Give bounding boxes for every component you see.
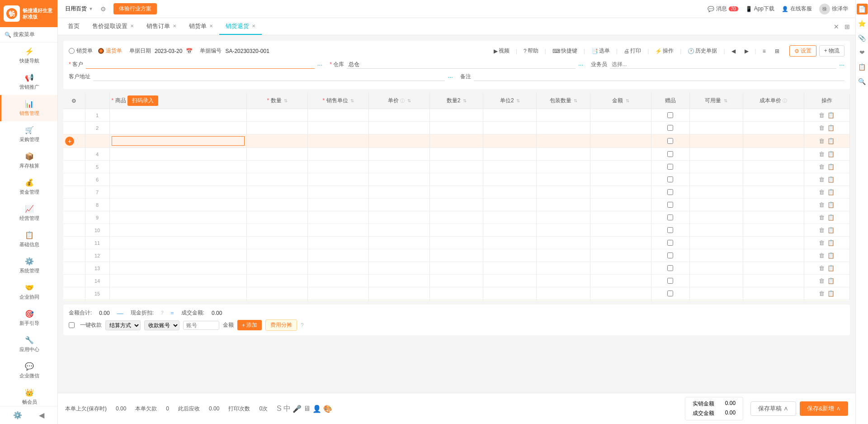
- staff-input[interactable]: [610, 60, 837, 69]
- toolbar-next[interactable]: ▶: [742, 47, 751, 55]
- row-2-product[interactable]: [109, 122, 247, 134]
- row-1-price[interactable]: [369, 109, 430, 122]
- row-2-qty[interactable]: [247, 122, 308, 134]
- expense-split-button[interactable]: 费用分摊: [265, 319, 297, 331]
- sidebar-item-enterprise[interactable]: 🤝 企业协同: [0, 279, 57, 305]
- toolbar-video[interactable]: ▶ 视频: [491, 46, 512, 56]
- add-row-button[interactable]: +: [65, 137, 74, 146]
- right-panel-icon-3[interactable]: ❤: [857, 47, 868, 58]
- row-2-copy[interactable]: 📋: [827, 124, 835, 132]
- radio-return-input[interactable]: [98, 48, 104, 54]
- collect-checkbox[interactable]: [69, 322, 75, 328]
- pkg-sort-icon[interactable]: ⇅: [574, 98, 577, 103]
- toolbar-prev[interactable]: ◀: [729, 47, 738, 55]
- row-2-qty2[interactable]: [430, 122, 483, 134]
- row-1-copy[interactable]: 📋: [827, 111, 835, 119]
- expense-help-icon[interactable]: ?: [301, 322, 304, 329]
- row-2-delete[interactable]: 🗑: [818, 124, 825, 132]
- calendar-icon[interactable]: 📅: [186, 48, 193, 54]
- col-qty2-header[interactable]: 数量2 ⇅: [430, 93, 483, 109]
- settings-button[interactable]: ⚙ 设置: [789, 45, 816, 57]
- tab-sales-return[interactable]: 销货退货 ✕: [219, 19, 262, 35]
- sidebar-item-sales[interactable]: 📊 销售管理: [0, 95, 57, 121]
- row-1-product[interactable]: [109, 109, 247, 122]
- row-3-unit[interactable]: [308, 134, 369, 148]
- tab-close-sales-delivery[interactable]: ✕: [209, 24, 213, 29]
- row-2-price[interactable]: [369, 122, 430, 134]
- sidebar-item-finance[interactable]: 💰 资金管理: [0, 174, 57, 200]
- col-settings-header[interactable]: ⚙: [63, 93, 85, 109]
- toolbar-print[interactable]: 🖨 打印: [621, 46, 644, 56]
- row-1-cost[interactable]: [743, 109, 804, 122]
- row-3-pkg[interactable]: [537, 134, 590, 148]
- row-2-pkg[interactable]: [537, 122, 590, 134]
- warehouse-select-icon[interactable]: ···: [578, 61, 584, 68]
- save-draft-button[interactable]: 保存草稿 ∧: [750, 401, 796, 416]
- right-panel-icon-0[interactable]: 📄: [857, 4, 868, 14]
- tab-sales-order[interactable]: 销售订单 ✕: [140, 19, 183, 35]
- col-price-header[interactable]: 单价 ⓘ ⇅: [369, 93, 430, 109]
- toolbar-select[interactable]: 📑 选单: [589, 46, 613, 56]
- row-3-copy[interactable]: 📋: [827, 137, 835, 145]
- qty2-sort-icon[interactable]: ⇅: [463, 98, 467, 103]
- row-3-qty[interactable]: [247, 134, 308, 148]
- save-new-button[interactable]: 保存&新增 ∧: [800, 401, 848, 416]
- warehouse-input[interactable]: [347, 60, 576, 69]
- trial-button[interactable]: 体验行业方案: [113, 3, 157, 14]
- sidebar-item-system[interactable]: ⚙️ 系统管理: [0, 252, 57, 279]
- notification-item[interactable]: 💬 消息 70: [708, 5, 738, 13]
- row-1-delete[interactable]: 🗑: [818, 111, 825, 119]
- toolbar-shortcut[interactable]: ⌨ 快捷键: [550, 46, 580, 56]
- table-settings-icon[interactable]: ⚙: [71, 98, 76, 104]
- row-2-unit[interactable]: [308, 122, 369, 134]
- address-input[interactable]: [93, 72, 445, 81]
- account-input[interactable]: [183, 321, 219, 330]
- maximize-tab-action[interactable]: ⊞: [843, 22, 852, 31]
- sidebar-search[interactable]: 🔍 搜索菜单: [0, 27, 57, 43]
- row-1-pkg[interactable]: [537, 109, 590, 122]
- scan-button[interactable]: 扫码录入: [127, 95, 158, 106]
- payment-method-select[interactable]: 结算方式: [105, 320, 141, 330]
- row-2-cost[interactable]: [743, 122, 804, 134]
- sidebar-item-apps[interactable]: 🔧 应用中心: [0, 331, 57, 357]
- right-panel-icon-2[interactable]: 📎: [857, 33, 868, 43]
- sidebar-item-operation[interactable]: 📈 经营管理: [0, 200, 57, 226]
- price-sort-icon[interactable]: ⇅: [407, 98, 411, 103]
- row-1-unit2[interactable]: [483, 109, 537, 122]
- right-panel-icon-4[interactable]: 📋: [857, 62, 868, 72]
- unit-sort-icon[interactable]: ⇅: [350, 98, 354, 103]
- close-tab-action[interactable]: ✕: [832, 22, 841, 31]
- tab-close-sales-order[interactable]: ✕: [173, 24, 176, 29]
- row-1-unit[interactable]: [308, 109, 369, 122]
- col-unit2-header[interactable]: 单位2 ⇅: [483, 93, 537, 109]
- address-select-icon[interactable]: ···: [448, 73, 453, 81]
- unit2-sort-icon[interactable]: ⇅: [516, 98, 520, 103]
- col-product-header[interactable]: * 商品 扫码录入: [109, 93, 247, 109]
- app-download-item[interactable]: 📱 App下载: [745, 5, 774, 13]
- row-3-avail[interactable]: [689, 134, 743, 148]
- toolbar-view-grid[interactable]: ⊞: [772, 47, 782, 55]
- sidebar-item-purchase[interactable]: 🛒 采购管理: [0, 121, 57, 148]
- customer-select-icon[interactable]: ···: [317, 61, 323, 68]
- row-3-delete[interactable]: 🗑: [818, 137, 825, 145]
- avail-sort-icon[interactable]: ⇅: [724, 98, 727, 103]
- user-item[interactable]: 徐 徐泽华: [819, 4, 848, 14]
- add-payment-button[interactable]: + 添加: [237, 320, 262, 330]
- sidebar-item-member[interactable]: 👑 畅会员: [0, 384, 57, 406]
- col-qty-header[interactable]: * 数量 ⇅: [247, 93, 308, 109]
- account-select[interactable]: 收款账号: [144, 320, 179, 330]
- toolbar-help[interactable]: ? 帮助: [521, 46, 541, 56]
- amount-sort-icon[interactable]: ⇅: [626, 98, 629, 103]
- row-3-amount[interactable]: [590, 134, 651, 148]
- toolbar-view-list[interactable]: ≡: [760, 47, 769, 55]
- sidebar-item-marketing[interactable]: 📢 营销推广: [0, 69, 57, 95]
- price-info-icon[interactable]: ⓘ: [400, 98, 405, 103]
- col-avail-header[interactable]: 可用量 ⇅: [689, 93, 743, 109]
- topbar-gear-icon[interactable]: ⚙: [100, 5, 106, 13]
- customer-input[interactable]: [86, 60, 315, 69]
- right-panel-icon-5[interactable]: 🔍: [857, 76, 868, 87]
- tab-home[interactable]: 首页: [61, 19, 86, 35]
- staff-select-icon[interactable]: ···: [839, 61, 844, 68]
- radio-sale-input[interactable]: [69, 48, 75, 54]
- col-unit-header[interactable]: * 销售单位 ⇅: [308, 93, 369, 109]
